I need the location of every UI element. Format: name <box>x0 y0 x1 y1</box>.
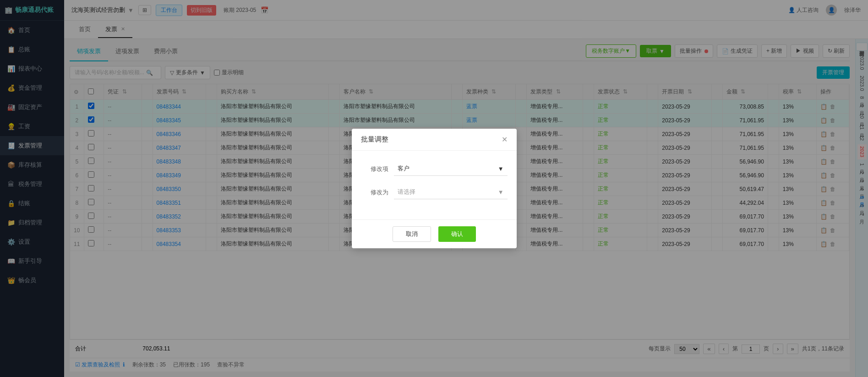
modify-field-row: 修改项 客户 ▼ <box>361 162 508 176</box>
modify-field-dropdown-icon: ▼ <box>498 165 504 172</box>
modal-footer: 取消 确认 <box>352 219 517 248</box>
batch-adjust-modal: 批量调整 ✕ 修改项 客户 ▼ 修改为 请选择 ▼ 取消 确认 <box>352 129 517 248</box>
modal-close-btn[interactable]: ✕ <box>502 135 508 144</box>
modify-field-select[interactable]: 客户 ▼ <box>394 162 508 176</box>
modify-value-label: 修改为 <box>361 188 388 197</box>
modify-field-value: 客户 <box>398 164 409 173</box>
modify-value-select[interactable]: 请选择 ▼ <box>394 185 508 199</box>
modal-overlay[interactable]: 批量调整 ✕ 修改项 客户 ▼ 修改为 请选择 ▼ 取消 确认 <box>0 0 868 377</box>
modal-title: 批量调整 <box>361 135 388 144</box>
modify-value-dropdown-icon: ▼ <box>498 189 504 196</box>
modify-field-label: 修改项 <box>361 165 388 173</box>
modal-body: 修改项 客户 ▼ 修改为 请选择 ▼ <box>352 151 517 219</box>
confirm-btn[interactable]: 确认 <box>438 226 476 242</box>
modify-value-row: 修改为 请选择 ▼ <box>361 185 508 199</box>
modify-value-placeholder: 请选择 <box>398 188 415 196</box>
cancel-btn[interactable]: 取消 <box>393 226 431 242</box>
modal-header: 批量调整 ✕ <box>352 129 517 151</box>
